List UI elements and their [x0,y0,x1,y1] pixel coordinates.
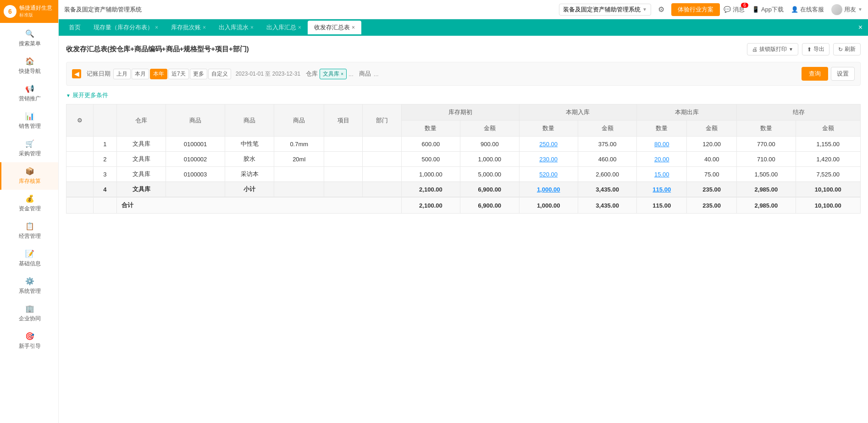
sidebar-item-newuser[interactable]: 🎯 新手引导 [0,327,58,355]
col-in-header: 本期入库 [519,104,637,121]
subtotal-close-qty: 2,985.00 [737,182,796,198]
app-download-button[interactable]: 📱 App下载 [752,5,784,14]
tab-stock-dist-close-icon[interactable]: × [155,24,158,31]
system-selector[interactable]: 装备及固定资产辅助管理系统 ▼ [559,4,651,16]
row1-out-qty[interactable]: 80.00 [637,137,687,152]
col-spec-header: 商品 [274,104,324,137]
avatar-image [831,4,842,15]
export-button[interactable]: ⬆ 导出 [802,43,829,55]
table-settings-icon[interactable]: ⚙ [77,117,83,124]
row3-out-qty[interactable]: 15.00 [637,167,687,182]
total-in-amt: 3,435.00 [578,197,636,214]
row2-out-amt: 40.00 [687,152,737,167]
print-button[interactable]: 🖨 拔锁版打印 ▼ [747,43,798,55]
trial-button[interactable]: 体验行业方案 [671,3,720,16]
tab-inout-summary[interactable]: 出入库汇总 × [260,21,308,34]
row1-project [324,137,363,152]
tab-stock-dist-label: 现存量（库存分布表） [94,23,153,32]
filter-goods-more[interactable]: ... [374,71,379,77]
row1-code: 0100001 [166,137,225,152]
tab-batch-close-icon[interactable]: × [203,24,206,31]
tab-stock-dist[interactable]: 现存量（库存分布表） × [87,21,165,34]
purchase-icon: 🛒 [25,139,34,148]
filter-warehouse-more[interactable]: ... [348,71,354,77]
row3-spec [274,167,324,182]
user-menu[interactable]: 用友 ▼ [831,4,862,15]
tab-recv-send-close-icon[interactable]: × [352,24,355,31]
sales-icon: 📊 [25,112,34,121]
sidebar-item-search[interactable]: 🔍 搜索菜单 [0,25,58,52]
row1-close-qty: 770.00 [737,137,796,152]
filter-toggle-button[interactable]: ◀ [72,69,81,78]
row2-out-qty[interactable]: 20.00 [637,152,687,167]
refresh-button[interactable]: ↻ 刷新 [833,43,861,55]
sidebar-item-purchase[interactable]: 🛒 采购管理 [0,135,58,162]
tab-inout-flow[interactable]: 出入库流水 × [212,21,260,34]
tab-batch[interactable]: 库存批次账 × [165,21,212,34]
row1-dept [363,137,401,152]
sidebar-nav: 🔍 搜索菜单 🏠 快捷导航 📢 营销推广 📊 销售管理 🛒 采购管理 📦 库存核… [0,23,58,423]
sidebar-item-sales[interactable]: 📊 销售管理 [0,107,58,135]
refresh-icon: ↻ [838,46,843,53]
sidebar-item-basic[interactable]: 📝 基础信息 [0,245,58,272]
row3-close-amt: 7,525.00 [796,167,860,182]
col-dept-header: 部门 [363,104,401,137]
tab-home-label: 首页 [69,23,81,32]
settings-gear-icon[interactable]: ⚙ [655,3,668,16]
filter-date-group: 记账日期 上月 本月 本年 近7天 更多 自定义 2023-01-01 至 20… [87,69,300,79]
filter-warehouse-tag-close-icon[interactable]: × [341,71,343,77]
subtotal-out-qty[interactable]: 115.00 [637,182,687,198]
filter-settings-button[interactable]: 设置 [831,67,855,81]
sidebar-logo: 6 畅捷通好生意 标准版 [0,0,58,23]
logo-icon: 6 [4,5,17,18]
filter-date-custom[interactable]: 自定义 [208,69,231,79]
row3-in-qty[interactable]: 520.00 [519,167,578,182]
query-button[interactable]: 查询 [802,67,828,81]
user-label: 用友 [844,5,856,14]
sidebar-item-label-system: 系统管理 [19,287,41,295]
row1-name: 中性笔 [225,137,274,152]
subtotal-open-amt: 6,900.00 [460,182,519,198]
sidebar-item-operations[interactable]: 📋 经营管理 [0,217,58,245]
total-out-amt: 235.00 [687,197,737,214]
sidebar-item-system[interactable]: ⚙️ 系统管理 [0,272,58,300]
sidebar-item-label-basic: 基础信息 [19,260,41,268]
row3-code: 0100003 [166,167,225,182]
row1-in-qty[interactable]: 250.00 [519,137,578,152]
message-badge: 6 [741,3,748,8]
filter-date-this-month[interactable]: 本月 [132,69,149,79]
tab-inout-summary-close-icon[interactable]: × [298,24,301,31]
tab-recv-send[interactable]: 收发存汇总表 × [308,21,361,34]
filter-date-this-year[interactable]: 本年 [150,69,167,79]
tab-inout-flow-close-icon[interactable]: × [250,24,254,31]
message-button[interactable]: 💬 消息 6 [724,5,745,14]
table-row: 2 文具库 0100002 胶水 20ml 500.00 1,000.00 23… [66,152,861,167]
sidebar-item-marketing[interactable]: 📢 营销推广 [0,80,58,107]
online-support-button[interactable]: 👤 在线客服 [791,5,824,14]
basic-icon: 📝 [25,249,34,258]
tabbar-close-icon[interactable]: × [857,22,864,33]
col-settings-header[interactable]: ⚙ [66,104,94,137]
row2-spec: 20ml [274,152,324,167]
subtotal-in-qty[interactable]: 1,000.00 [519,182,578,198]
col-warehouse-header: 仓库 [116,104,166,137]
tab-inout-flow-label: 出入库流水 [219,23,249,32]
sidebar-item-label-sales: 销售管理 [19,122,41,130]
filter-expand-label[interactable]: 展开更多条件 [72,91,108,99]
subtotal-row: 4 文具库 小计 2,100.00 6,900.00 1,000.00 3,43… [66,182,861,198]
sidebar-item-enterprise[interactable]: 🏢 企业协同 [0,300,58,327]
filter-date-more[interactable]: 更多 [190,69,207,79]
row3-in-amt: 2,600.00 [578,167,636,182]
row2-in-qty[interactable]: 230.00 [519,152,578,167]
filter-date-last-month[interactable]: 上月 [113,69,131,79]
subtotal-code [166,182,225,198]
sidebar-item-quicknav[interactable]: 🏠 快捷导航 [0,52,58,80]
sidebar-item-inventory[interactable]: 📦 库存核算 [0,162,58,190]
tab-home[interactable]: 首页 [62,21,87,34]
row1-in-amt: 375.00 [578,137,636,152]
sidebar-item-finance[interactable]: 💰 资金管理 [0,190,58,217]
row2-code: 0100002 [166,152,225,167]
app-download-label: App下载 [761,5,784,14]
marketing-icon: 📢 [25,84,34,93]
filter-date-7days[interactable]: 近7天 [168,69,189,79]
